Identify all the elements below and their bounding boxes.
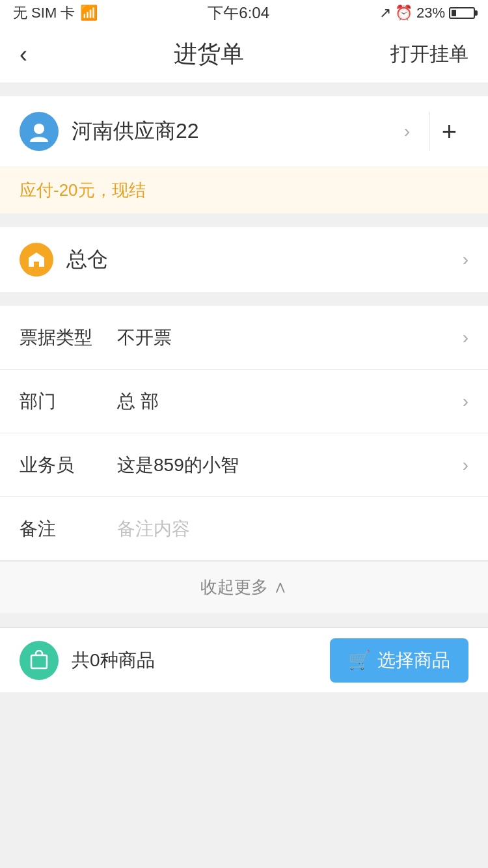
salesperson-row[interactable]: 业务员 这是859的小智 › [0, 433, 488, 497]
battery-icon [449, 7, 475, 19]
svg-point-0 [34, 124, 44, 134]
department-value: 总 部 [98, 389, 463, 414]
collapse-button[interactable]: 收起更多 ∧ [0, 561, 488, 613]
warehouse-chevron-icon: › [463, 249, 468, 270]
back-button[interactable]: ‹ [20, 41, 27, 68]
warehouse-section: 总仓 › [0, 227, 488, 293]
supplier-name: 河南供应商22 [72, 117, 404, 146]
open-pending-button[interactable]: 打开挂单 [390, 41, 468, 68]
status-time: 下午6:04 [208, 3, 269, 23]
department-row[interactable]: 部门 总 部 › [0, 370, 488, 433]
invoice-type-row[interactable]: 票据类型 不开票 › [0, 306, 488, 370]
bottom-divider [0, 613, 488, 626]
department-label: 部门 [20, 389, 98, 414]
product-count-label: 共0种商品 [72, 648, 330, 673]
mid-divider-1 [0, 214, 488, 227]
carrier-label: 无 SIM 卡 [13, 3, 75, 23]
top-divider [0, 83, 488, 96]
select-product-button[interactable]: 🛒 选择商品 [330, 638, 468, 683]
wifi-icon: 📶 [80, 5, 98, 21]
supplier-chevron-icon: › [404, 121, 410, 142]
nav-bar: ‹ 进货单 打开挂单 [0, 26, 488, 83]
supplier-section: 河南供应商22 › + 应付-20元，现结 [0, 96, 488, 214]
page-title: 进货单 [174, 38, 244, 70]
mid-divider-2 [0, 293, 488, 306]
battery-percent: 23% [416, 5, 445, 21]
warehouse-icon [20, 243, 53, 277]
select-product-label: 选择商品 [377, 648, 450, 673]
invoice-type-chevron-icon: › [463, 327, 468, 348]
salesperson-label: 业务员 [20, 453, 98, 478]
alarm-icon: ⏰ [395, 5, 413, 21]
add-supplier-button[interactable]: + [429, 112, 468, 151]
page-background [0, 692, 488, 861]
salesperson-value: 这是859的小智 [98, 453, 463, 478]
form-section: 票据类型 不开票 › 部门 总 部 › 业务员 这是859的小智 › 备注 备注… [0, 306, 488, 613]
supplier-avatar [20, 112, 59, 151]
product-icon-wrap [20, 641, 59, 680]
bottom-bar: 共0种商品 🛒 选择商品 [0, 627, 488, 692]
status-left: 无 SIM 卡 📶 [13, 3, 98, 23]
remark-label: 备注 [20, 517, 98, 541]
location-icon: ↗ [379, 5, 391, 21]
supplier-row[interactable]: 河南供应商22 › + [0, 96, 488, 167]
invoice-type-value: 不开票 [98, 325, 463, 350]
status-right: ↗ ⏰ 23% [379, 5, 475, 21]
department-chevron-icon: › [463, 391, 468, 412]
remark-value: 备注内容 [98, 517, 468, 541]
salesperson-chevron-icon: › [463, 455, 468, 476]
status-bar: 无 SIM 卡 📶 下午6:04 ↗ ⏰ 23% [0, 0, 488, 26]
warehouse-row[interactable]: 总仓 › [0, 227, 488, 293]
invoice-type-label: 票据类型 [20, 325, 98, 350]
select-product-icon: 🛒 [348, 649, 371, 671]
collapse-text: 收起更多 ∧ [200, 576, 287, 599]
warehouse-name: 总仓 [66, 245, 463, 274]
svg-rect-1 [31, 655, 47, 668]
remark-row[interactable]: 备注 备注内容 [0, 497, 488, 561]
notice-text: 应付-20元，现结 [20, 180, 146, 200]
notice-bar: 应付-20元，现结 [0, 167, 488, 214]
